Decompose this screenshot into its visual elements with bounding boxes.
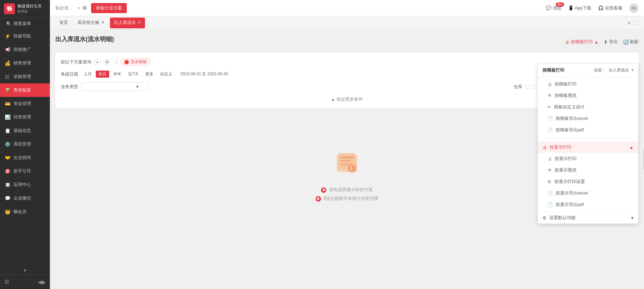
user-dropdown-chevron-icon[interactable]: ▾ — [78, 6, 80, 10]
sidebar-item-quick-nav[interactable]: ⚡ 快捷导航 — [0, 29, 50, 43]
dropdown-display-preview-item[interactable]: 👁 按显示预览 — [538, 164, 638, 176]
sidebar-item-wechat[interactable]: 💬 企业微信 — [0, 191, 50, 205]
dropdown-footer[interactable]: ⚙ 设置默认功能 ▾ — [538, 212, 638, 224]
display-export-pdf-label: 按显示导出pdf — [556, 202, 584, 208]
dropdown-template-preview-item[interactable]: 👁 按模板预览 — [538, 90, 638, 101]
sidebar-scroll-down[interactable]: ▼ — [0, 267, 50, 274]
collapse-up-icon: ▲ — [331, 97, 335, 102]
sidebar-item-label: 采购管理 — [13, 74, 31, 80]
svg-rect-2 — [340, 157, 354, 158]
flow-detail-tag: 🔴 流水明细 — [120, 58, 150, 66]
system-icon: ⚙️ — [4, 141, 11, 148]
sidebar-item-finance[interactable]: 💳 资金管理 — [0, 97, 50, 110]
sidebar-item-member[interactable]: 👑 畅会员 — [0, 205, 50, 218]
refresh-label: 刷新 — [630, 39, 639, 45]
sidebar-item-cooperation[interactable]: 🤝 企业协同 — [0, 151, 50, 164]
marketing-icon: 📢 — [4, 46, 11, 53]
sidebar: 畅 畅捷通好生意 标准版 🔍 搜索菜单 ⚡ 快捷导航 📢 营销推广 💰 销售管理… — [0, 0, 50, 289]
tab-close-all-icon[interactable]: ✕ — [627, 20, 631, 26]
filter-settings-button[interactable]: ⚙ — [104, 59, 110, 65]
sidebar-item-label: 经营管理 — [13, 114, 31, 120]
search-menu[interactable]: 🔍 搜索菜单 — [0, 18, 50, 29]
dropdown-template-custom-item[interactable]: ✏ 模板自定义设计 — [538, 101, 638, 113]
template-export-pdf-label: 按模板导出pdf — [556, 127, 584, 133]
tab-batch-account-close-icon[interactable]: ✕ — [101, 20, 105, 25]
flow-detail-tag-label: 流水明细 — [130, 59, 147, 65]
display-excel-icon: 📄 — [547, 190, 553, 196]
tab-inout-flow-label: 出入库流水 — [114, 20, 136, 26]
message-action[interactable]: 💬 消息 99+ — [546, 5, 561, 11]
tab-home-label: 首页 — [59, 20, 68, 26]
sidebar-item-label: 系统管理 — [13, 141, 31, 147]
sidebar-item-label: 库存核算 — [13, 87, 31, 93]
page-title: 出入库流水(流水明细) — [55, 35, 114, 43]
sidebar-item-label: 营销推广 — [13, 47, 31, 53]
warehouse-label: 仓库 — [514, 84, 522, 90]
dropdown-template-export-pdf-item[interactable]: 📄 按模板导出pdf — [538, 124, 638, 136]
excel-icon: 📄 — [547, 116, 553, 121]
last-7days-button[interactable]: 近7天 — [125, 71, 141, 78]
biz-type-chevron-icon: ▾ — [136, 84, 139, 89]
tab-inout-flow[interactable]: 出入库流水 ✕ — [110, 18, 145, 28]
last-month-button[interactable]: 上月 — [81, 71, 94, 78]
tab-inout-flow-close-icon[interactable]: ✕ — [138, 20, 141, 25]
collapse-button[interactable]: ▲ 收起更多条件 — [331, 96, 363, 102]
custom-date-button[interactable]: 自定义 — [157, 71, 175, 78]
sidebar-item-sales[interactable]: 💰 销售管理 — [0, 56, 50, 70]
pdf-icon: 📄 — [547, 127, 553, 133]
print-template-button[interactable]: 🖨 按模板打印 ▲ — [565, 39, 598, 45]
print-template-label: 按模板打印 — [571, 39, 593, 45]
dropdown-current-label: 当前： — [594, 68, 606, 73]
scroll-indicator[interactable] — [643, 149, 644, 169]
sidebar-item-label: 企业协同 — [13, 155, 31, 161]
biz-type-select[interactable]: ▾ — [81, 82, 148, 91]
dropdown-chevron-icon[interactable]: ▾ — [632, 68, 634, 73]
tab-home[interactable]: 首页 — [55, 18, 72, 28]
export-button[interactable]: ⬆ 导出 — [604, 39, 618, 45]
settings-icon[interactable]: ⚙ — [4, 278, 9, 286]
svg-rect-3 — [340, 160, 350, 162]
topbar-left: 畅捷通... ▾ ⚙ 体验行业方案 — [55, 3, 546, 13]
member-icon: 👑 — [4, 208, 11, 215]
sidebar-item-base-info[interactable]: 📋 基础信息 — [0, 124, 50, 137]
empty-tip-1: ❶ 请先选择要分析的方案 — [316, 185, 379, 194]
more-date-button[interactable]: 更多 — [143, 71, 156, 78]
app-download-label: App下载 — [575, 5, 591, 11]
app-download-action[interactable]: 📱 App下载 — [568, 5, 591, 11]
sidebar-item-marketing[interactable]: 📢 营销推广 — [0, 43, 50, 56]
refresh-button[interactable]: 🔄 刷新 — [623, 39, 639, 45]
this-year-button[interactable]: 本年 — [111, 71, 124, 78]
sidebar-item-app-center[interactable]: 🔲 应用中心 — [0, 178, 50, 191]
user-avatar[interactable]: Rit — [629, 3, 639, 13]
sidebar-toggle-icon[interactable]: ◀▶ — [38, 279, 46, 285]
dropdown-display-export-pdf-item[interactable]: 📄 按显示导出pdf — [538, 199, 638, 210]
dropdown-display-export-excel-item[interactable]: 📄 按显示导出excel — [538, 187, 638, 199]
trial-industry-button[interactable]: 体验行业方案 — [91, 3, 127, 13]
sidebar-item-system[interactable]: ⚙️ 系统管理 — [0, 137, 50, 151]
sidebar-item-inventory[interactable]: 📦 库存核算 — [0, 83, 50, 97]
sidebar-item-label: 畅会员 — [13, 209, 27, 215]
sidebar-item-operations[interactable]: 📊 经营管理 — [0, 110, 50, 124]
sidebar-item-purchase[interactable]: 🛒 采购管理 — [0, 70, 50, 83]
display-pdf-icon: 📄 — [547, 202, 553, 207]
biz-type-label: 业务类型 — [61, 84, 78, 90]
export-label: 导出 — [609, 39, 618, 45]
dropdown-display-print-header[interactable]: 🖨 按显示打印 ▲ — [538, 141, 638, 153]
dropdown-display-print-item[interactable]: 🖨 按显示打印 — [538, 153, 638, 164]
filter-add-button[interactable]: + — [94, 59, 101, 65]
tab-expand-icon[interactable]: ⛶ — [634, 20, 639, 26]
tab-batch-account[interactable]: 库存批次账 ✕ — [74, 18, 109, 28]
dropdown-template-print-item[interactable]: 🖨 按模板打印 — [538, 78, 638, 90]
guide-icon: 🎯 — [4, 168, 11, 175]
this-month-button[interactable]: 本月 — [96, 71, 109, 78]
dropdown-template-export-excel-item[interactable]: 📄 按模板导出excel — [538, 113, 638, 124]
online-service-action[interactable]: 🎧 在线客服 — [598, 5, 622, 11]
message-icon: 💬 — [546, 5, 551, 10]
sidebar-item-guide[interactable]: 🎯 新手引导 — [0, 164, 50, 178]
filter-collapse-icon[interactable]: 《 — [113, 59, 118, 65]
search-menu-label: 搜索菜单 — [13, 21, 31, 27]
dropdown-display-print-settings-item[interactable]: ⚙ 按显示打印设置 — [538, 176, 638, 187]
topbar: 畅捷通... ▾ ⚙ 体验行业方案 💬 消息 99+ 📱 App下载 🎧 在线客… — [50, 0, 644, 16]
user-name-text: 畅捷通... — [55, 5, 72, 11]
topbar-settings-icon[interactable]: ⚙ — [82, 5, 87, 11]
